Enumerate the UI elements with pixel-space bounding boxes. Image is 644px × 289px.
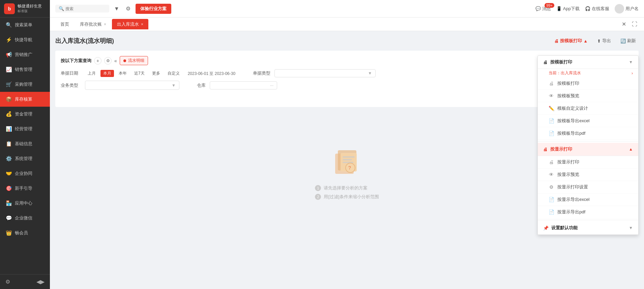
- warehouse-select[interactable]: ···: [210, 81, 277, 89]
- settings-gear-btn[interactable]: ⚙: [123, 4, 133, 14]
- sidebar-item-label: 应用中心: [15, 200, 32, 206]
- template-print-section-title: 🖨 按模板打印: [543, 59, 572, 65]
- date-option-7days[interactable]: 近7天: [131, 70, 147, 77]
- template-export-pdf-item[interactable]: 📄 按模板导出pdf: [538, 127, 638, 140]
- template-export-pdf-icon: 📄: [549, 131, 554, 136]
- avatar: [615, 4, 624, 14]
- tab-flow[interactable]: 出入库流水 ×: [112, 19, 148, 29]
- section1-arrow: ▼: [629, 60, 633, 64]
- date-option-custom[interactable]: 自定义: [165, 70, 182, 77]
- dropdown-arrow-btn[interactable]: ▼: [112, 4, 121, 14]
- sidebar-item-sales[interactable]: 📈 销售管理: [0, 62, 50, 77]
- user-name: 用户名: [625, 6, 639, 12]
- step-1-num: 1: [315, 185, 321, 191]
- search-input[interactable]: [65, 6, 106, 11]
- message-btn[interactable]: 💬 消息 99+: [535, 6, 551, 12]
- step-1-text: 请先选择要分析的方案: [324, 184, 368, 192]
- refresh-btn[interactable]: 🔄 刷新: [618, 36, 639, 45]
- biz-type-dropdown-icon: ▼: [172, 83, 176, 88]
- svg-rect-5: [343, 162, 353, 163]
- step-2-text: 用[过滤]条件来缩小分析范围: [324, 192, 379, 201]
- date-option-this-month[interactable]: 本月: [100, 70, 114, 77]
- svg-rect-3: [343, 156, 355, 158]
- display-print-icon: 🖨: [549, 159, 554, 165]
- filter-collapse-arrow[interactable]: «: [114, 58, 117, 63]
- sidebar-item-label: 新手引导: [15, 185, 32, 191]
- sidebar-item-apps[interactable]: 🏪 应用中心: [0, 196, 50, 211]
- sidebar-settings-icon[interactable]: ⚙: [5, 279, 10, 285]
- date-option-this-year[interactable]: 本年: [116, 70, 129, 77]
- template-print-section-header[interactable]: 🖨 按模板打印 ▼: [538, 56, 638, 69]
- display-export-pdf-item[interactable]: 📄 按显示导出pdf: [538, 206, 638, 218]
- sidebar-item-operation[interactable]: 📊 经营管理: [0, 122, 50, 136]
- section2-title-label: 按显示打印: [550, 146, 572, 152]
- user-avatar-btn[interactable]: 用户名: [615, 4, 639, 14]
- display-print-settings-item[interactable]: ⚙ 按显示打印设置: [538, 181, 638, 193]
- empty-steps: 1 请先选择要分析的方案 2 用[过滤]条件来缩小分析范围: [315, 184, 379, 201]
- sidebar-item-basic[interactable]: 📋 基础信息: [0, 136, 50, 151]
- sidebar-item-finance[interactable]: 💰 资金管理: [0, 107, 50, 122]
- tabs-bar: 首页 库存批次账 × 出入库流水 × ✕ ⛶: [50, 18, 644, 31]
- filter-tag-label: 流水明细: [128, 58, 144, 63]
- sidebar-item-system[interactable]: ⚙️ 系统管理: [0, 151, 50, 166]
- main-area: 🔍 ▼ ⚙ 体验行业方案 💬 消息 99+ 📱 App下载: [50, 0, 644, 289]
- step-2-num: 2: [315, 194, 321, 200]
- template-print-label: 按模板打印: [560, 38, 582, 44]
- tab-batch-account-close[interactable]: ×: [104, 22, 106, 27]
- sidebar-item-quick-nav[interactable]: ⚡ 快捷导航: [0, 32, 50, 47]
- display-print-settings-label: 按显示打印设置: [557, 184, 588, 190]
- display-print-section-header[interactable]: 🖨 按显示打印 ▲: [538, 143, 638, 156]
- tab-flow-close[interactable]: ×: [141, 22, 143, 27]
- page-actions: 🖨 按模板打印 ▲ ⬆ 导出 🔄 刷新: [552, 36, 639, 45]
- template-export-excel-label: 按模板导出excel: [557, 118, 589, 124]
- filter-settings-btn[interactable]: ⚙: [104, 57, 112, 64]
- template-custom-icon: ✏️: [549, 106, 554, 111]
- sidebar-item-cooperation[interactable]: 🤝 企业协同: [0, 166, 50, 181]
- sidebar-item-label: 畅会员: [15, 230, 28, 236]
- biz-type-value: [89, 82, 93, 88]
- display-print-item[interactable]: 🖨 按显示打印: [538, 156, 638, 168]
- topbar-icons: ▼ ⚙: [112, 4, 133, 14]
- template-preview-item[interactable]: 👁 按模板预览: [538, 90, 638, 102]
- online-service-btn[interactable]: 🎧 在线客服: [585, 6, 609, 12]
- biz-type-select[interactable]: ▼: [85, 81, 179, 90]
- sidebar-item-member[interactable]: 👑 畅会员: [0, 226, 50, 240]
- page-title: 出入库流水(流水明细): [55, 37, 114, 45]
- template-print-btn[interactable]: 🖨 按模板打印 ▲: [552, 36, 590, 45]
- sidebar-item-guide[interactable]: 🎯 新手引导: [0, 181, 50, 196]
- sidebar-item-label: 企业协同: [15, 170, 32, 177]
- sidebar-item-label: 库存核算: [15, 96, 32, 102]
- window-maximize-btn[interactable]: ⛶: [631, 20, 639, 28]
- sidebar-item-marketing[interactable]: 📢 营销推广: [0, 47, 50, 62]
- sidebar-item-label: 经营管理: [15, 126, 32, 132]
- wechat-icon: 💬: [5, 215, 12, 221]
- doc-type-select[interactable]: ▼: [274, 69, 376, 77]
- section2-divider: [538, 220, 638, 220]
- template-export-excel-item[interactable]: 📄 按模板导出excel: [538, 115, 638, 127]
- trial-button[interactable]: 体验行业方案: [136, 4, 171, 14]
- window-close-btn[interactable]: ✕: [620, 20, 628, 28]
- app-download-btn[interactable]: 📱 App下载: [556, 6, 580, 12]
- date-option-prev-month[interactable]: 上月: [85, 70, 98, 77]
- tab-batch-account-label: 库存批次账: [80, 21, 102, 27]
- sidebar-item-purchase[interactable]: 🛒 采购管理: [0, 77, 50, 92]
- sidebar-collapse-icon[interactable]: ◀▶: [36, 279, 45, 285]
- date-option-more[interactable]: 更多: [149, 70, 163, 77]
- tab-home[interactable]: 首页: [55, 19, 74, 29]
- template-print-item[interactable]: 🖨 按模板打印: [538, 77, 638, 90]
- sidebar-item-inventory[interactable]: 📦 库存核算: [0, 92, 50, 107]
- sidebar-item-wechat[interactable]: 💬 企业微信: [0, 211, 50, 226]
- display-export-excel-item[interactable]: 📄 按显示导出excel: [538, 193, 638, 206]
- export-btn[interactable]: ⬆ 导出: [594, 36, 614, 45]
- display-export-pdf-icon: 📄: [549, 209, 554, 215]
- display-preview-item[interactable]: 👁 按显示预览: [538, 168, 638, 181]
- sidebar-item-label: 营销推广: [15, 52, 32, 58]
- tab-batch-account[interactable]: 库存批次账 ×: [75, 19, 111, 29]
- default-settings-section-header[interactable]: 📌 设置默认功能 ▼: [538, 221, 638, 235]
- sidebar-item-label: 搜索菜单: [15, 22, 32, 28]
- topbar-search-icon: 🔍: [59, 6, 64, 11]
- sidebar-item-search[interactable]: 🔍 搜索菜单: [0, 18, 50, 32]
- template-custom-item[interactable]: ✏️ 模板自定义设计: [538, 102, 638, 115]
- filter-add-btn[interactable]: +: [94, 57, 101, 64]
- inventory-icon: 📦: [5, 96, 12, 103]
